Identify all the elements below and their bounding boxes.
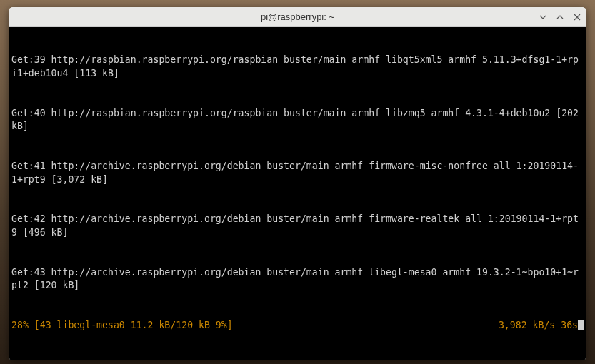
titlebar[interactable]: pi@raspberrypi: ~ <box>9 7 586 27</box>
terminal-line: Get:43 http://archive.raspberrypi.org/de… <box>11 266 584 293</box>
status-right-text: 3,982 kB/s 36s <box>499 320 578 330</box>
close-icon[interactable] <box>572 12 582 22</box>
terminal-content: armhf 5.11.3+dfsg1-1+rpi1+deb10u4 [559 k… <box>11 27 584 359</box>
status-right: 3,982 kB/s 36s <box>499 319 584 333</box>
minimize-icon[interactable] <box>538 12 548 22</box>
terminal-line: Get:39 http://raspbian.raspberrypi.org/r… <box>11 54 584 80</box>
maximize-icon[interactable] <box>555 12 565 22</box>
download-status-line: 28% [43 libegl-mesa0 11.2 kB/120 kB 9%]3… <box>11 319 584 333</box>
cursor <box>578 320 584 330</box>
window-controls <box>538 7 582 26</box>
terminal-body[interactable]: armhf 5.11.3+dfsg1-1+rpi1+deb10u4 [559 k… <box>9 27 586 360</box>
terminal-line: Get:41 http://archive.raspberrypi.org/de… <box>11 160 584 186</box>
window-title: pi@raspberrypi: ~ <box>261 11 334 22</box>
terminal-line: Get:40 http://raspbian.raspberrypi.org/r… <box>11 107 584 133</box>
terminal-window: pi@raspberrypi: ~ armhf 5.11.3+dfsg1-1+r… <box>9 7 586 360</box>
terminal-line: Get:42 http://archive.raspberrypi.org/de… <box>11 213 584 239</box>
status-left: 28% [43 libegl-mesa0 11.2 kB/120 kB 9%] <box>11 320 233 330</box>
